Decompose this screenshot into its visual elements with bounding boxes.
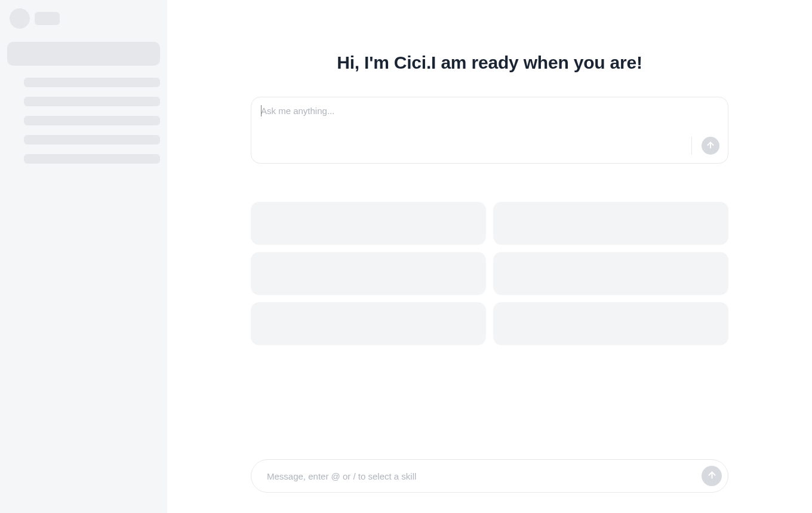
bottom-input-wrap (251, 459, 728, 493)
suggestion-grid (251, 202, 728, 345)
sidebar-item-skeleton (24, 154, 160, 164)
sidebar-item-skeleton (24, 78, 160, 87)
bottom-input-container[interactable] (251, 459, 728, 493)
suggestion-card-skeleton (251, 202, 486, 245)
sidebar-item-skeleton (24, 97, 160, 106)
send-button[interactable] (702, 137, 719, 155)
avatar-skeleton (10, 8, 30, 29)
name-skeleton (35, 12, 60, 25)
sidebar-item-skeleton (24, 135, 160, 145)
sidebar (0, 0, 167, 513)
text-cursor (261, 105, 262, 116)
main-prompt-input[interactable] (261, 106, 682, 126)
input-divider (691, 137, 692, 155)
suggestion-card-skeleton (493, 252, 728, 295)
arrow-up-icon (706, 140, 715, 152)
content-wrap: Hi, I'm Cici.I am ready when you are! (251, 0, 728, 345)
bottom-send-button[interactable] (702, 466, 722, 486)
suggestion-card-skeleton (251, 302, 486, 345)
message-input[interactable] (267, 471, 702, 481)
greeting-title: Hi, I'm Cici.I am ready when you are! (251, 53, 728, 73)
suggestion-card-skeleton (493, 302, 728, 345)
sidebar-action-skeleton (7, 42, 160, 66)
sidebar-header (7, 8, 160, 29)
arrow-up-icon (707, 470, 717, 482)
sidebar-item-skeleton (24, 116, 160, 125)
main-input-container[interactable] (251, 97, 728, 164)
main-content: Hi, I'm Cici.I am ready when you are! (167, 0, 812, 513)
suggestion-card-skeleton (251, 252, 486, 295)
suggestion-card-skeleton (493, 202, 728, 245)
